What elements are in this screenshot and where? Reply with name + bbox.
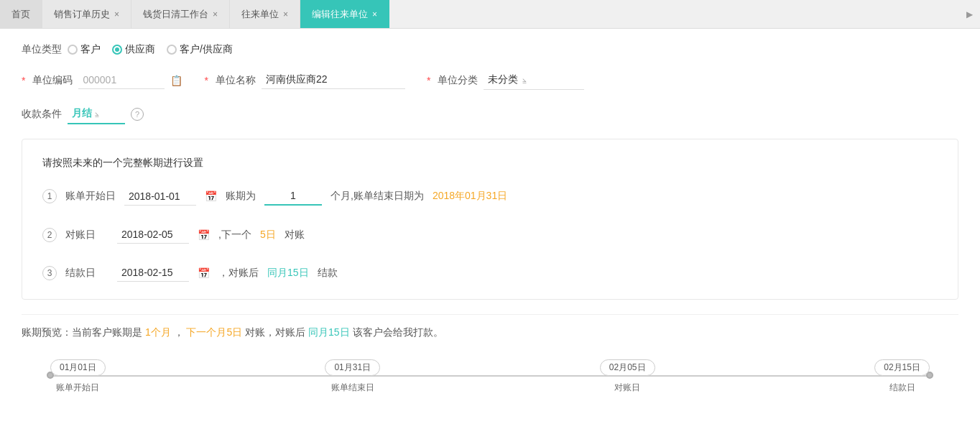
tab-edit-partner-close[interactable]: × — [372, 9, 377, 19]
payment-terms-field: 收款条件 月结 ⦥ ? — [22, 104, 144, 124]
timeline-point-3: 02月05日 对账日 — [600, 359, 655, 394]
tab-edit-partner[interactable]: 编辑往来单位 × — [300, 0, 389, 28]
timeline-date-4: 02月15日 — [874, 359, 930, 376]
timeline-label-1: 账单开始日 — [56, 382, 99, 394]
setting-num-3: 3 — [42, 266, 57, 280]
tab-home[interactable]: 首页 — [0, 0, 42, 28]
unit-code-label: 单位编码 — [32, 74, 73, 87]
preview-end: 该客户会给我打款。 — [353, 326, 443, 338]
unit-name-input[interactable] — [262, 71, 405, 89]
radio-both-label: 客户/供应商 — [180, 43, 233, 56]
setting-row-3: 3 结款日 📅 ，对账后 同月15日 结款 — [42, 264, 938, 282]
tab-sales-history[interactable]: 销售订单历史 × — [42, 0, 131, 28]
period-value-input[interactable] — [264, 187, 322, 206]
timeline-label-2: 账单结束日 — [331, 382, 374, 394]
setting-row-2: 2 对账日 📅 ,下一个 5日 对账 — [42, 226, 938, 244]
payment-terms-arrow-icon: ⦥ — [95, 109, 99, 118]
unit-category-label: 单位分类 — [438, 74, 478, 87]
start-date-input[interactable] — [124, 188, 196, 206]
unit-type-label: 单位类型 — [22, 43, 62, 56]
start-date-cal-icon[interactable]: 📅 — [205, 190, 217, 202]
radio-group-unit-type: 客户 供应商 客户/供应商 — [68, 43, 233, 56]
tab-bar: 首页 销售订单历史 × 钱货日清工作台 × 往来单位 × 编辑往来单位 × ▶ — [0, 0, 980, 29]
timeline-point-4: 02月15日 结款日 — [874, 359, 930, 394]
preview-part2: 下一个月5日 — [186, 326, 242, 338]
reconcile-date-cal-icon[interactable]: 📅 — [198, 229, 210, 241]
preview-part3: 同月15日 — [308, 326, 350, 338]
preview-sep2: 对账，对账后 — [245, 326, 305, 338]
timeline-point-1: 01月01日 账单开始日 — [50, 359, 106, 394]
setting-num-1: 1 — [42, 189, 57, 203]
radio-customer-circle — [68, 45, 78, 55]
reconcile-desc-suffix: 对账 — [285, 229, 305, 242]
unit-category-star: * — [427, 75, 430, 86]
tab-bar-arrow[interactable]: ▶ — [959, 0, 980, 28]
period-end-date: 2018年01月31日 — [433, 190, 507, 203]
timeline-date-1: 01月01日 — [50, 359, 106, 376]
timeline-label-4: 结款日 — [889, 382, 915, 394]
payment-terms-label: 收款条件 — [22, 108, 62, 121]
payment-terms-help-icon[interactable]: ? — [131, 108, 144, 121]
setting-label-2: 对账日 — [65, 229, 108, 242]
payment-desc-suffix: 结款 — [318, 267, 338, 280]
radio-both-circle — [167, 45, 177, 55]
unit-code-copy-icon[interactable]: 📋 — [170, 75, 182, 86]
radio-supplier-circle — [112, 45, 122, 55]
payment-terms-row: 收款条件 月结 ⦥ ? — [22, 104, 958, 124]
preview-label: 账期预览：当前客户账期是 — [22, 326, 142, 338]
setting-num-2: 2 — [42, 228, 57, 242]
period-label: 账期为 — [226, 190, 256, 203]
tab-partners[interactable]: 往来单位 × — [230, 0, 300, 28]
payment-terms-value: 月结 — [72, 107, 92, 120]
unit-info-row: * 单位编码 📋 * 单位名称 * 单位分类 未分类 ⦥ — [22, 70, 958, 90]
payment-terms-select[interactable]: 月结 ⦥ — [68, 104, 125, 124]
radio-both[interactable]: 客户/供应商 — [167, 43, 233, 56]
unit-type-field: 单位类型 客户 供应商 客户/供应商 — [22, 43, 233, 56]
period-unit: 个月,账单结束日期为 — [330, 190, 424, 203]
unit-code-star: * — [22, 75, 25, 86]
timeline-date-3: 02月05日 — [600, 359, 655, 376]
tab-sales-history-close[interactable]: × — [114, 9, 119, 19]
unit-category-arrow-icon: ⦥ — [522, 75, 527, 84]
preview-section: 账期预览：当前客户账期是 1个月 ， 下一个月5日 对账，对账后 同月15日 该… — [22, 314, 958, 405]
tab-cash-work-label: 钱货日清工作台 — [143, 8, 208, 21]
tab-sales-history-label: 销售订单历史 — [54, 8, 110, 21]
unit-category-field: * 单位分类 未分类 ⦥ — [427, 70, 584, 90]
radio-customer-label: 客户 — [80, 43, 101, 56]
timeline-date-2: 01月31日 — [325, 359, 380, 376]
unit-code-field: * 单位编码 📋 — [22, 71, 182, 89]
setting-row-1: 1 账单开始日 📅 账期为 个月,账单结束日期为 2018年01月31日 — [42, 187, 938, 206]
tab-cash-work-close[interactable]: × — [213, 9, 218, 19]
reconcile-highlight: 5日 — [260, 229, 276, 242]
payment-desc-prefix: ，对账后 — [218, 267, 259, 280]
timeline-point-2: 01月31日 账单结束日 — [325, 359, 380, 394]
preview-sep1: ， — [174, 326, 184, 338]
reconcile-date-input[interactable] — [117, 226, 189, 244]
settings-title: 请按照未来的一个完整帐期进行设置 — [42, 157, 938, 170]
tab-home-label: 首页 — [11, 8, 30, 21]
radio-supplier[interactable]: 供应商 — [112, 43, 155, 56]
radio-supplier-label: 供应商 — [125, 43, 155, 56]
unit-code-input[interactable] — [78, 71, 165, 89]
unit-category-select[interactable]: 未分类 ⦥ — [484, 70, 584, 90]
unit-name-field: * 单位名称 — [204, 71, 405, 89]
unit-name-label: 单位名称 — [216, 74, 256, 87]
payment-highlight: 同月15日 — [267, 267, 309, 280]
main-content: 单位类型 客户 供应商 客户/供应商 * 单位编码 — [0, 29, 980, 437]
unit-name-star: * — [204, 75, 208, 86]
unit-type-row: 单位类型 客户 供应商 客户/供应商 — [22, 43, 958, 56]
tab-cash-work[interactable]: 钱货日清工作台 × — [131, 0, 230, 28]
tab-partners-close[interactable]: × — [283, 9, 288, 19]
settings-box: 请按照未来的一个完整帐期进行设置 1 账单开始日 📅 账期为 个月,账单结束日期… — [22, 139, 958, 300]
timeline-points: 01月01日 账单开始日 01月31日 账单结束日 02月05日 对账日 02月… — [50, 359, 930, 394]
radio-customer[interactable]: 客户 — [68, 43, 101, 56]
timeline-label-3: 对账日 — [614, 382, 640, 394]
timeline-wrapper: 01月01日 账单开始日 01月31日 账单结束日 02月05日 对账日 02月… — [22, 359, 958, 394]
tab-edit-partner-label: 编辑往来单位 — [312, 8, 368, 21]
tab-partners-label: 往来单位 — [241, 8, 279, 21]
unit-category-value: 未分类 — [488, 73, 518, 86]
payment-date-cal-icon[interactable]: 📅 — [198, 267, 210, 279]
preview-part1: 1个月 — [145, 326, 171, 338]
reconcile-desc-prefix: ,下一个 — [218, 229, 251, 242]
payment-date-input[interactable] — [117, 264, 189, 282]
